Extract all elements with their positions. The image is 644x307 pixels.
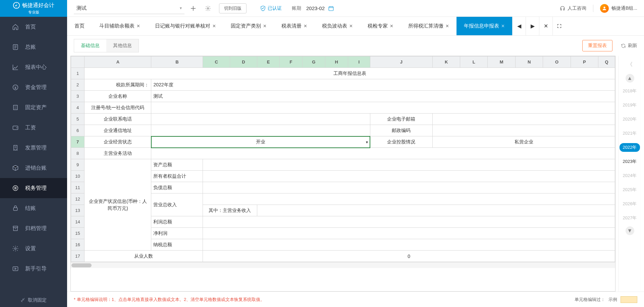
sidebar-item-home[interactable]: 首页 [0, 17, 67, 37]
row-header[interactable]: 9 [71, 159, 85, 171]
cell[interactable]: 税款所属期间： [85, 79, 151, 91]
tab-close-all[interactable]: ✕ [539, 17, 552, 35]
subtab-other[interactable]: 其他信息 [106, 39, 139, 52]
cell[interactable]: 企业联系电话 [85, 114, 151, 125]
row-header[interactable]: 8 [71, 148, 85, 159]
year-item[interactable]: 2024年 [623, 169, 637, 183]
cell[interactable]: 纳税总额 [151, 239, 203, 251]
year-item[interactable]: 2021年 [623, 126, 637, 140]
cell[interactable]: 资产总额 [151, 159, 203, 171]
year-down[interactable]: ▼ [626, 226, 634, 235]
sidebar-item-assets[interactable]: 固定资产 [0, 97, 67, 118]
col-header[interactable]: P [571, 56, 598, 68]
year-item[interactable]: 2025年 [623, 183, 637, 197]
refresh-button[interactable]: 刷新 [621, 43, 637, 49]
tab-home[interactable]: 首页 [67, 17, 92, 35]
company-selector[interactable]: 测试 ▾ [74, 3, 184, 14]
row-header[interactable]: 12 [71, 193, 85, 205]
row-header[interactable]: 10 [71, 171, 85, 182]
horizontal-scrollbar[interactable] [71, 262, 615, 268]
row-header[interactable]: 3 [71, 91, 85, 102]
cell[interactable]: 利润总额 [151, 216, 203, 228]
year-item[interactable]: 2027年 [623, 211, 637, 225]
tab-annual-report[interactable]: 年报信息申报表✕ [457, 17, 512, 35]
close-icon[interactable]: ✕ [349, 24, 353, 29]
sidebar-item-salary[interactable]: 工资 [0, 118, 67, 138]
sidebar-item-reports[interactable]: 报表中心 [0, 57, 67, 77]
tab-tax-fluct[interactable]: 税负波动表✕ [315, 17, 360, 35]
row-header[interactable]: 5 [71, 114, 85, 125]
cell[interactable]: 企业名称 [85, 91, 151, 102]
row-header[interactable]: 15 [71, 228, 85, 239]
sheet-title[interactable]: 工商年报信息表 [85, 68, 615, 79]
cell[interactable]: 0 [203, 251, 615, 262]
tab-scroll-right[interactable]: ▶ [526, 17, 539, 35]
unpin-button[interactable]: 取消固定 [0, 294, 67, 307]
row-header[interactable]: 17 [71, 251, 85, 262]
cell[interactable]: 其中：主营业务收入 [203, 205, 257, 216]
year-item[interactable]: 2019年 [623, 98, 637, 112]
row-header[interactable]: 16 [71, 239, 85, 251]
cell[interactable] [203, 159, 615, 171]
row-header[interactable]: 1 [71, 68, 85, 79]
switch-old-version[interactable]: 切到旧版 [219, 3, 247, 13]
cell[interactable]: 净利润 [151, 228, 203, 239]
cell[interactable] [203, 228, 615, 239]
col-header[interactable]: A [85, 56, 151, 68]
cell[interactable]: 邮政编码 [370, 125, 432, 136]
cell[interactable] [203, 171, 615, 182]
cell[interactable]: 营业总收入 [151, 193, 203, 216]
cell[interactable] [151, 148, 615, 159]
col-header[interactable]: Q [598, 56, 615, 68]
cell[interactable]: 2022年度 [151, 79, 615, 91]
close-icon[interactable]: ✕ [304, 24, 307, 29]
row-header[interactable]: 2 [71, 79, 85, 91]
sidebar-item-closing[interactable]: 结账 [0, 198, 67, 218]
col-header[interactable]: B [151, 56, 203, 68]
tab-tax-book[interactable]: 税表清册✕ [274, 17, 315, 35]
sidebar-item-inventory[interactable]: 进销台账 [0, 158, 67, 178]
col-header[interactable]: M [488, 56, 516, 68]
year-item[interactable]: 2023年 [623, 155, 637, 169]
cell[interactable] [203, 239, 615, 251]
close-icon[interactable]: ✕ [212, 24, 216, 29]
subtab-basic[interactable]: 基础信息 [74, 39, 106, 52]
calendar-button[interactable] [328, 5, 334, 11]
cell[interactable] [433, 125, 615, 136]
tab-balance[interactable]: 斗目辅助余额表✕ [92, 17, 148, 35]
scrollbar-thumb[interactable] [71, 263, 92, 267]
sidebar-item-tax[interactable]: 税务管理 [0, 178, 67, 198]
year-up[interactable]: ▲ [626, 74, 634, 83]
tab-tax-expert[interactable]: 税检专家✕ [360, 17, 401, 35]
tab-fullscreen[interactable] [552, 17, 566, 35]
col-header[interactable]: H [325, 56, 348, 68]
cell[interactable]: 所有者权益合计 [151, 171, 203, 182]
close-icon[interactable]: ✕ [137, 24, 140, 29]
close-icon[interactable]: ✕ [263, 24, 267, 29]
col-header[interactable]: D [230, 56, 257, 68]
cell[interactable] [151, 114, 370, 125]
cell[interactable]: 企业资产状况信息(币种：人民币万元) [85, 159, 151, 251]
cell[interactable] [257, 205, 615, 216]
cell[interactable]: 负债总额 [151, 182, 203, 193]
cell[interactable]: 企业电子邮箱 [370, 114, 432, 125]
cell[interactable]: 主营业务活动 [85, 148, 151, 159]
cell[interactable] [433, 114, 615, 125]
user-menu[interactable]: 畅捷通B组... [600, 4, 637, 13]
close-icon[interactable]: ✕ [390, 24, 393, 29]
sidebar-item-ledger[interactable]: 总账 [0, 37, 67, 57]
tab-scroll-left[interactable]: ◀ [512, 17, 526, 35]
panel-collapse[interactable]: 《 [627, 58, 633, 71]
cell[interactable]: 注册号/统一社会信用代码 [85, 102, 151, 114]
cell[interactable] [203, 182, 615, 193]
cell[interactable]: 企业控股情况 [370, 136, 432, 148]
row-header[interactable]: 4 [71, 102, 85, 114]
corner-cell[interactable] [71, 56, 85, 68]
sidebar-item-guide[interactable]: 新手引导 [0, 259, 67, 279]
col-header[interactable]: G [302, 56, 325, 68]
cell[interactable]: 企业通信地址 [85, 125, 151, 136]
tab-income-tax[interactable]: 所得税汇算清缴✕ [401, 17, 457, 35]
col-header[interactable]: L [460, 56, 488, 68]
settings-button[interactable] [202, 2, 214, 14]
close-icon[interactable]: ✕ [501, 24, 505, 29]
